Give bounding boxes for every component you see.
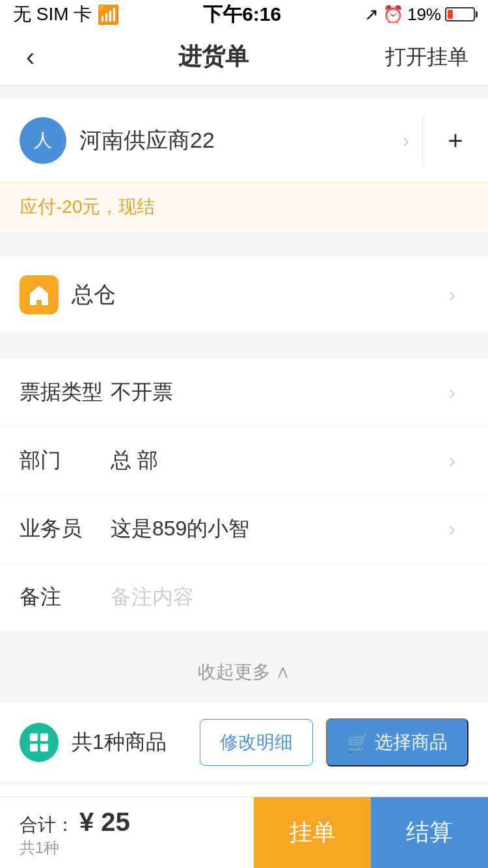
supplier-section: 人 河南供应商22 › +	[0, 99, 488, 182]
status-right: ↗ ⏰ 19%	[364, 5, 475, 25]
invoice-type-chevron: ›	[449, 381, 468, 403]
add-supplier-button[interactable]: +	[423, 126, 488, 156]
warehouse-selector[interactable]: 总仓 ›	[0, 257, 488, 332]
supplier-avatar: 人	[20, 117, 66, 164]
status-carrier: 无 SIM 卡 📶	[13, 2, 120, 27]
status-bar: 无 SIM 卡 📶 下午6:16 ↗ ⏰ 19%	[0, 0, 488, 29]
location-icon: ↗	[364, 5, 379, 25]
products-count: 共1种商品	[72, 728, 187, 757]
section-gap-1	[0, 86, 488, 99]
back-button[interactable]: ‹	[20, 36, 41, 78]
section-gap-2	[0, 231, 488, 244]
select-product-label: 选择商品	[375, 730, 448, 755]
alarm-icon: ⏰	[383, 5, 403, 25]
status-time: 下午6:16	[203, 1, 281, 28]
total-amount: ¥ 25	[79, 807, 130, 837]
payment-notice: 应付-20元，现结	[0, 182, 488, 231]
salesperson-chevron: ›	[449, 518, 468, 540]
salesperson-value: 这是859的小智	[111, 515, 449, 543]
carrier-text: 无 SIM 卡	[13, 2, 92, 27]
warehouse-name: 总仓	[72, 280, 449, 310]
hold-button[interactable]: 挂单	[254, 797, 371, 868]
svg-rect-0	[30, 733, 38, 741]
remark-label: 备注	[20, 583, 111, 612]
open-hold-button[interactable]: 打开挂单	[385, 43, 468, 72]
salesperson-label: 业务员	[20, 515, 111, 543]
svg-rect-3	[40, 744, 48, 752]
form-section: 票据类型 不开票 › 部门 总 部 › 业务员 这是859的小智 › 备注 备注…	[0, 359, 488, 631]
warehouse-icon	[20, 275, 59, 314]
checkout-button[interactable]: 结算	[371, 797, 488, 868]
products-header: 共1种商品 修改明细 🛒 选择商品	[0, 703, 488, 782]
edit-detail-button[interactable]: 修改明细	[200, 719, 313, 766]
page-title: 进货单	[178, 41, 249, 73]
collapse-button[interactable]: 收起更多 ∧	[0, 644, 488, 700]
department-chevron: ›	[449, 450, 468, 472]
total-count: 共1种	[20, 837, 234, 858]
cart-icon: 🛒	[347, 732, 370, 753]
total-label: 合计：	[20, 813, 74, 837]
select-product-button[interactable]: 🛒 选择商品	[326, 718, 468, 766]
warehouse-chevron-icon: ›	[449, 284, 468, 306]
invoice-type-row[interactable]: 票据类型 不开票 ›	[0, 359, 488, 427]
warehouse-section: 总仓 ›	[0, 257, 488, 332]
supplier-name: 河南供应商22	[79, 126, 403, 156]
nav-bar: ‹ 进货单 打开挂单	[0, 29, 488, 86]
invoice-type-label: 票据类型	[20, 378, 111, 407]
remark-input[interactable]: 备注内容	[111, 583, 468, 612]
svg-rect-2	[30, 744, 38, 752]
chevron-right-icon: ›	[403, 129, 422, 152]
bottom-bar: 合计： ¥ 25 共1种 挂单 结算	[0, 796, 488, 868]
battery-percent: 19%	[407, 5, 441, 25]
wifi-icon: 📶	[97, 4, 120, 25]
department-value: 总 部	[111, 446, 449, 475]
salesperson-row[interactable]: 业务员 这是859的小智 ›	[0, 495, 488, 563]
supplier-selector[interactable]: 人 河南供应商22 ›	[0, 99, 422, 182]
products-icon	[20, 723, 59, 762]
invoice-type-value: 不开票	[111, 378, 449, 407]
total-section: 合计： ¥ 25 共1种	[0, 797, 254, 868]
department-label: 部门	[20, 446, 111, 475]
svg-rect-1	[40, 733, 48, 741]
battery-icon	[445, 7, 475, 21]
remark-row[interactable]: 备注 备注内容	[0, 563, 488, 631]
department-row[interactable]: 部门 总 部 ›	[0, 427, 488, 495]
section-gap-3	[0, 332, 488, 346]
